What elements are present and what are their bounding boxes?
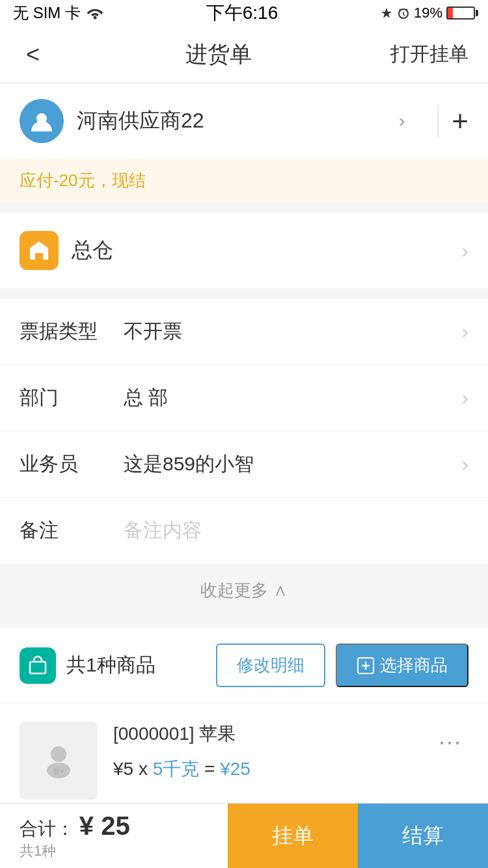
- select-product-button[interactable]: 选择商品: [336, 644, 468, 687]
- products-count: 共1种商品: [66, 652, 216, 679]
- back-button[interactable]: <: [20, 34, 46, 75]
- products-header: 共1种商品 修改明细 选择商品: [0, 628, 488, 703]
- svg-point-5: [51, 746, 66, 762]
- avatar-icon: [29, 108, 55, 134]
- status-right: 19%: [380, 5, 475, 21]
- page-title: 进货单: [185, 40, 252, 70]
- product-item: 智+ [0000001] 苹果 ¥5 x 5千克 = ¥25 ···: [0, 703, 488, 818]
- svg-text:智+: 智+: [53, 768, 64, 775]
- warehouse-chevron-icon: ›: [461, 239, 468, 263]
- collapse-button[interactable]: 收起更多 ∧: [0, 563, 488, 617]
- supplier-name: 河南供应商22: [77, 107, 399, 135]
- nav-bar: < 进货单 打开挂单: [0, 26, 488, 83]
- products-icon: [20, 647, 56, 684]
- supplier-avatar: [20, 99, 64, 143]
- ticket-type-chevron-icon: ›: [461, 319, 468, 344]
- product-thumbnail: 智+: [20, 722, 98, 800]
- supplier-divider: [437, 105, 439, 137]
- supplier-row[interactable]: 河南供应商22 › +: [0, 83, 488, 159]
- salesman-label: 业务员: [20, 451, 111, 478]
- salesman-row[interactable]: 业务员 这是859的小智 ›: [0, 431, 488, 498]
- total-label: 合计：: [20, 819, 74, 839]
- products-section: 共1种商品 修改明细 选择商品 智+ [000000: [0, 628, 488, 818]
- add-supplier-button[interactable]: +: [452, 107, 468, 135]
- product-name: [0000001] 苹果: [113, 722, 432, 746]
- checkout-button[interactable]: 结算: [358, 804, 488, 868]
- svg-rect-3: [30, 662, 46, 673]
- status-bar: 无 SIM 卡 下午6:16 19%: [0, 0, 488, 26]
- product-more-button[interactable]: ···: [432, 722, 468, 762]
- department-chevron-icon: ›: [461, 386, 468, 410]
- total-area: 合计： ¥ 25 共1种: [0, 811, 228, 861]
- total-count: 共1种: [20, 841, 208, 861]
- battery-icon: [446, 7, 475, 20]
- hang-button[interactable]: 挂单: [228, 804, 358, 868]
- remark-input[interactable]: 备注内容: [111, 517, 468, 544]
- alarm-icon: [397, 7, 410, 20]
- bottom-bar: 合计： ¥ 25 共1种 挂单 结算: [0, 803, 488, 868]
- product-price: ¥5 x 5千克 = ¥25: [113, 757, 432, 781]
- ticket-type-value: 不开票: [111, 318, 461, 345]
- warehouse-name: 总仓: [72, 236, 461, 265]
- main-content: 河南供应商22 › + 应付-20元，现结 总仓 › 票据类型 不开票 › 部门…: [0, 83, 488, 868]
- location-icon: [380, 7, 393, 20]
- remark-row[interactable]: 备注 备注内容: [0, 498, 488, 563]
- status-carrier: 无 SIM 卡: [13, 3, 104, 23]
- status-time: 下午6:16: [206, 1, 278, 25]
- product-info: [0000001] 苹果 ¥5 x 5千克 = ¥25: [113, 722, 432, 781]
- select-product-icon: [357, 657, 375, 675]
- home-icon: [27, 239, 51, 262]
- department-label: 部门: [20, 385, 111, 411]
- warehouse-icon: [20, 231, 59, 270]
- bag-icon: [27, 655, 48, 676]
- total-amount: ¥ 25: [79, 811, 130, 840]
- supplier-section: 河南供应商22 › + 应付-20元，现结: [0, 83, 488, 202]
- open-hang-button[interactable]: 打开挂单: [390, 41, 468, 68]
- modify-detail-button[interactable]: 修改明细: [216, 644, 325, 687]
- supplier-chevron-icon: ›: [399, 111, 405, 131]
- remark-label: 备注: [20, 517, 111, 544]
- salesman-value: 这是859的小智: [111, 451, 461, 478]
- salesman-chevron-icon: ›: [461, 452, 468, 476]
- wifi-icon: [86, 7, 104, 20]
- alert-banner: 应付-20元，现结: [0, 159, 488, 202]
- product-image-icon: 智+: [36, 738, 81, 783]
- ticket-type-label: 票据类型: [20, 318, 111, 345]
- ticket-type-row[interactable]: 票据类型 不开票 ›: [0, 299, 488, 365]
- department-value: 总 部: [111, 385, 461, 411]
- department-row[interactable]: 部门 总 部 ›: [0, 365, 488, 431]
- warehouse-section[interactable]: 总仓 ›: [0, 213, 488, 288]
- form-section: 票据类型 不开票 › 部门 总 部 › 业务员 这是859的小智 › 备注 备注…: [0, 299, 488, 563]
- svg-point-0: [94, 16, 97, 20]
